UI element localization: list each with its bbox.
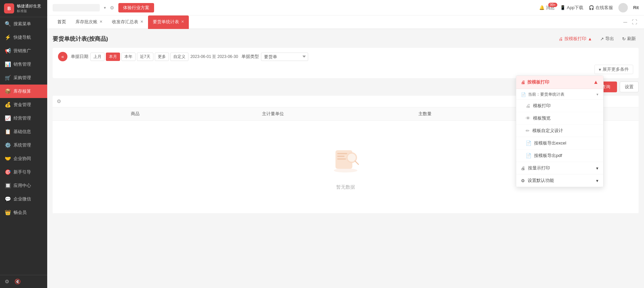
table-settings-icon[interactable]: ⚙ (57, 98, 61, 104)
dropdown-section-display-print[interactable]: 🖨 按显示打印 ▾ (516, 162, 603, 174)
printer-header-icon: 🖨 (521, 80, 525, 85)
sidebar-item-label: 应用中心 (13, 183, 31, 189)
date-btn-this-year[interactable]: 本年 (121, 53, 136, 61)
expand-filter-icon: ▾ (599, 67, 601, 72)
date-btn-this-month[interactable]: 本月 (106, 53, 120, 61)
money-icon: 💰 (5, 102, 11, 108)
export-label: 导出 (605, 36, 614, 42)
dropdown-header: 🖨 按模板打印 ▲ (516, 76, 603, 89)
sidebar-item-wxwork[interactable]: 💬 企业微信 (0, 192, 47, 206)
dropdown-item-template-print-label: 模板打印 (533, 103, 551, 109)
topbar-gear-icon[interactable]: ⚙ (110, 5, 114, 10)
sidebar-item-marketing[interactable]: 📢 营销推广 (0, 44, 47, 58)
topbar: ▾ ⚙ 体验行业方案 🔔 消息 99+ 📱 App下载 🎧 在线客服 Rit (47, 0, 644, 15)
app-download-btn[interactable]: 📱 App下载 (560, 5, 583, 11)
tab-home[interactable]: 首页 (53, 15, 71, 29)
sidebar-bottom: ⚙ 🔇 (0, 275, 47, 288)
tab-expand-icon[interactable]: ⛶ (631, 19, 639, 25)
date-btn-last-month[interactable]: 上月 (90, 53, 105, 61)
settings-bottom-icon[interactable]: ⚙ (5, 279, 9, 285)
current-template-text: 当前：要货单统计表 (528, 92, 564, 97)
sidebar-item-label: 搜索菜单 (13, 21, 31, 27)
search-input[interactable] (53, 4, 100, 11)
handshake-icon: 🤝 (5, 156, 11, 162)
default-func-label: 设置默认功能 (528, 178, 554, 184)
filter-toggle-btn[interactable]: « (58, 52, 67, 61)
tab-minimize-icon[interactable]: ─ (622, 19, 628, 25)
online-service-btn[interactable]: 🎧 在线客服 (589, 5, 613, 11)
messages-btn[interactable]: 🔔 消息 99+ (539, 5, 555, 11)
sidebar-item-operations[interactable]: 📈 经营管理 (0, 111, 47, 125)
dropdown-section-default-func[interactable]: ⚙ 设置默认功能 ▾ (516, 174, 603, 187)
page-content: 要货单统计表(按商品) 🖨 按模板打印 ▲ ↗ 导出 ↻ 刷新 « (47, 29, 644, 288)
clipboard-icon: 📋 (5, 129, 11, 135)
template-custom-item-icon: ✏ (526, 128, 530, 133)
date-btn-more[interactable]: 更多 (155, 53, 169, 61)
sidebar-item-purchase[interactable]: 🛒 采购管理 (0, 71, 47, 85)
sidebar-item-label: 采购管理 (13, 75, 31, 81)
sidebar-item-search[interactable]: 🔍 搜索菜单 (0, 17, 47, 31)
mute-icon[interactable]: 🔇 (14, 279, 21, 285)
dropdown-item-template-excel[interactable]: 📄 按模板导出excel (516, 137, 603, 150)
dropdown-close-icon[interactable]: ▲ (593, 79, 598, 85)
col-unit: 主计量单位 (182, 107, 363, 121)
sidebar-item-label: 新手引导 (13, 169, 31, 175)
expand-filter-button[interactable]: ▾ 展开更多条件 (594, 65, 633, 74)
sidebar-item-newbie[interactable]: 🎯 新手引导 (0, 165, 47, 179)
tab-receipt[interactable]: 收发存汇总表 ✕ (107, 15, 148, 29)
export-button[interactable]: ↗ 导出 (597, 34, 617, 43)
sidebar-item-label: 系统管理 (13, 142, 31, 148)
sidebar-item-label: 基础信息 (13, 129, 31, 135)
tab-receipt-close[interactable]: ✕ (140, 20, 143, 24)
template-print-button[interactable]: 🖨 按模板打印 ▲ (556, 34, 595, 43)
dropdown-item-template-print[interactable]: 🖨 模板打印 (516, 100, 603, 112)
messages-badge: 99+ (548, 3, 557, 7)
tab-order-stat-close[interactable]: ✕ (181, 20, 184, 24)
date-btn-7days[interactable]: 近7天 (137, 53, 153, 61)
sidebar-item-finance[interactable]: 💰 资金管理 (0, 98, 47, 111)
dropdown-item-template-custom[interactable]: ✏ 模板自定义设计 (516, 125, 603, 137)
main-area: ▾ ⚙ 体验行业方案 🔔 消息 99+ 📱 App下载 🎧 在线客服 Rit 首… (47, 0, 644, 288)
sidebar-item-label: 快捷导航 (13, 34, 31, 40)
doc-type-select[interactable]: 要货单 (261, 53, 308, 61)
export-icon: ↗ (600, 36, 604, 41)
bell-icon: 🔔 (539, 5, 545, 10)
cta-button[interactable]: 体验行业方案 (118, 3, 154, 12)
template-excel-item-icon: 📄 (526, 140, 531, 146)
dropdown-item-template-preview[interactable]: 👁 模板预览 (516, 112, 603, 125)
settings-button[interactable]: 设置 (620, 82, 639, 92)
search-chevron-icon[interactable]: ▾ (104, 5, 106, 10)
tab-order-stat[interactable]: 要货单统计表 ✕ (148, 15, 189, 29)
sidebar-item-inventory[interactable]: 📦 库存核算 (0, 85, 47, 98)
sidebar-item-system[interactable]: ⚙️ 系统管理 (0, 138, 47, 152)
refresh-button[interactable]: ↻ 刷新 (619, 34, 639, 43)
tabs-bar: 首页 库存批次账 ✕ 收发存汇总表 ✕ 要货单统计表 ✕ ─ ⛶ (47, 15, 644, 29)
sidebar-item-collab[interactable]: 🤝 企业协同 (0, 152, 47, 165)
sidebar-item-label: 畅会员 (13, 210, 27, 216)
sidebar-item-basic[interactable]: 📋 基础信息 (0, 125, 47, 138)
dropdown-item-template-pdf[interactable]: 📄 按模板导出pdf (516, 150, 603, 162)
box-icon: 📦 (5, 88, 11, 94)
gear-icon: ⚙️ (5, 142, 11, 148)
col-settings (53, 107, 88, 121)
trend-icon: 📈 (5, 115, 11, 121)
tab-batch-close[interactable]: ✕ (99, 20, 103, 24)
grid-icon: 🔲 (5, 183, 11, 189)
current-template-icon: 📄 (521, 92, 526, 97)
username-label: Rit (633, 5, 639, 10)
dropdown-title: 🖨 按模板打印 (521, 79, 549, 85)
dropdown-sub-chevron[interactable]: ▾ (596, 92, 598, 97)
empty-text: 暂无数据 (336, 184, 355, 190)
dropdown-item-template-custom-label: 模板自定义设计 (532, 128, 563, 134)
tab-batch[interactable]: 库存批次账 ✕ (71, 15, 107, 29)
sidebar-item-vip[interactable]: 👑 畅会员 (0, 206, 47, 219)
date-btn-custom[interactable]: 自定义 (170, 53, 188, 61)
sidebar-item-sales[interactable]: 📊 销售管理 (0, 58, 47, 71)
avatar[interactable] (618, 3, 628, 12)
wechat-icon: 💬 (5, 196, 11, 202)
sidebar-item-apps[interactable]: 🔲 应用中心 (0, 179, 47, 192)
sidebar-item-quicknav[interactable]: ⚡ 快捷导航 (0, 31, 47, 44)
filter-row2: ▾ 展开更多条件 (58, 65, 633, 74)
doc-type-filter-section: 单据类型 要货单 (241, 53, 308, 61)
svg-point-0 (334, 168, 357, 172)
